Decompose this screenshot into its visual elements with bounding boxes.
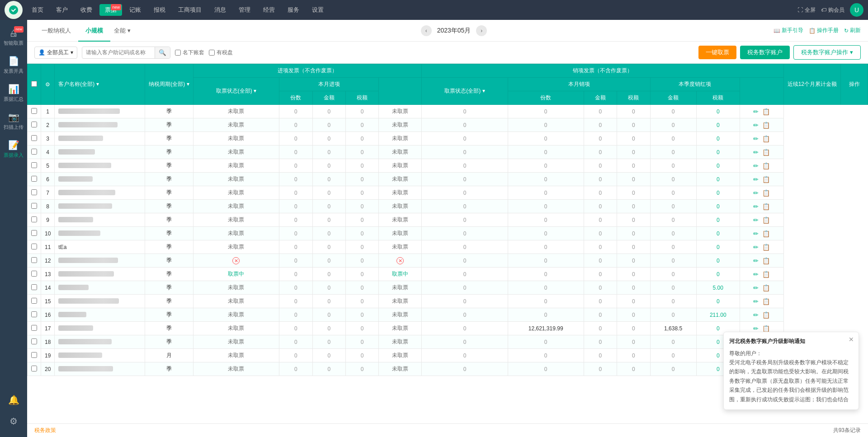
search-input[interactable]: [82, 47, 155, 57]
nav-business[interactable]: 工商项目: [173, 4, 207, 16]
copy-button[interactable]: 📋: [762, 108, 770, 115]
edit-button[interactable]: ✏: [753, 122, 759, 129]
sidebar-item-summary[interactable]: 📊 票据汇总: [0, 79, 27, 107]
edit-button[interactable]: ✏: [753, 311, 759, 319]
row-checkbox[interactable]: [31, 230, 37, 236]
row-checkbox[interactable]: [31, 122, 37, 127]
nav-manage[interactable]: 管理: [233, 4, 256, 16]
copy-button[interactable]: 📋: [762, 176, 770, 183]
cum12-link[interactable]: 0: [717, 352, 720, 359]
cum12-link[interactable]: 0: [717, 339, 720, 345]
row-checkbox[interactable]: [31, 298, 37, 304]
select-all-checkbox[interactable]: [31, 81, 37, 87]
row-checkbox[interactable]: [31, 271, 37, 277]
nav-bookkeeping[interactable]: 记账: [124, 4, 146, 16]
has-disk-checkbox[interactable]: [209, 50, 215, 56]
tab-all[interactable]: 全能 ▾: [110, 27, 134, 35]
sidebar-settings[interactable]: ⚙: [0, 411, 27, 432]
nav-fee[interactable]: 收费: [75, 4, 98, 16]
cum12-link[interactable]: 0: [717, 217, 720, 223]
copy-button[interactable]: 📋: [762, 216, 770, 224]
manual-link[interactable]: 📋 操作手册: [809, 27, 839, 34]
edit-button[interactable]: ✏: [753, 284, 759, 291]
nav-home[interactable]: 首页: [26, 4, 49, 16]
edit-button[interactable]: ✏: [753, 216, 759, 224]
cum12-link[interactable]: 0: [717, 176, 720, 183]
copy-button[interactable]: 📋: [762, 149, 770, 156]
edit-button[interactable]: ✏: [753, 257, 759, 264]
row-checkbox[interactable]: [31, 338, 37, 344]
row-checkbox[interactable]: [31, 352, 37, 358]
cum12-link[interactable]: 0: [717, 136, 720, 142]
refresh-link[interactable]: ↻ 刷新: [844, 27, 861, 34]
member-button[interactable]: 🏷 购会员: [821, 6, 844, 14]
tooltip-close-button[interactable]: ✕: [849, 336, 854, 343]
row-checkbox[interactable]: [31, 284, 37, 290]
edit-button[interactable]: ✏: [753, 230, 759, 237]
th-output-status[interactable]: 取票状态(全部) ▾: [422, 78, 508, 105]
row-checkbox[interactable]: [31, 108, 37, 114]
row-checkbox[interactable]: [31, 203, 37, 209]
cum12-link[interactable]: 0: [717, 108, 720, 115]
sidebar-item-scan[interactable]: 📷 扫描上传: [0, 107, 27, 135]
sidebar-notification[interactable]: 🔔: [0, 390, 27, 411]
copy-button[interactable]: 📋: [762, 203, 770, 210]
edit-button[interactable]: ✏: [753, 189, 759, 197]
next-month-button[interactable]: ›: [476, 25, 487, 36]
digital-account-button[interactable]: 税务数字账户: [740, 46, 790, 59]
employee-select[interactable]: 👤 全部员工 ▾: [34, 47, 77, 59]
copy-button[interactable]: 📋: [762, 325, 770, 332]
copy-button[interactable]: 📋: [762, 257, 770, 264]
edit-button[interactable]: ✏: [753, 162, 759, 169]
copy-button[interactable]: 📋: [762, 189, 770, 197]
row-checkbox[interactable]: [31, 216, 37, 222]
user-avatar[interactable]: U: [850, 3, 863, 17]
tab-small-scale[interactable]: 小规模: [78, 20, 110, 42]
edit-button[interactable]: ✏: [753, 149, 759, 156]
nav-client[interactable]: 客户: [51, 4, 73, 16]
row-checkbox[interactable]: [31, 162, 37, 168]
row-checkbox[interactable]: [31, 189, 37, 195]
cum12-link[interactable]: 0: [717, 258, 720, 264]
cum12-link[interactable]: 0: [717, 230, 720, 237]
copy-button[interactable]: 📋: [762, 135, 770, 142]
edit-button[interactable]: ✏: [753, 203, 759, 210]
edit-button[interactable]: ✏: [753, 135, 759, 142]
copy-button[interactable]: 📋: [762, 298, 770, 305]
copy-button[interactable]: 📋: [762, 244, 770, 251]
cum12-link[interactable]: 0: [717, 122, 720, 128]
edit-button[interactable]: ✏: [753, 176, 759, 183]
row-checkbox[interactable]: [31, 176, 37, 182]
nav-tax[interactable]: 报税: [148, 4, 171, 16]
edit-button[interactable]: ✏: [753, 244, 759, 251]
edit-button[interactable]: ✏: [753, 325, 759, 332]
fullscreen-button[interactable]: ⛶ 全屏: [797, 6, 816, 14]
prev-month-button[interactable]: ‹: [421, 25, 432, 36]
edit-button[interactable]: ✏: [753, 298, 759, 305]
cum12-link[interactable]: 0: [717, 190, 720, 196]
copy-button[interactable]: 📋: [762, 284, 770, 291]
digital-account-op-button[interactable]: 税务数字账户操作 ▾: [793, 45, 861, 60]
tab-general-taxpayer[interactable]: 一般纳税人: [34, 20, 78, 42]
row-checkbox[interactable]: [31, 244, 37, 249]
checkbox-under-account[interactable]: 名下账套: [175, 49, 204, 56]
row-checkbox[interactable]: [31, 366, 37, 371]
copy-button[interactable]: 📋: [762, 122, 770, 129]
row-checkbox[interactable]: [31, 325, 37, 331]
copy-button[interactable]: 📋: [762, 230, 770, 237]
sidebar-item-smart-ticket[interactable]: 🖨 智能取票 new: [0, 23, 27, 51]
cum12-link[interactable]: 5.00: [713, 285, 723, 291]
nav-settings[interactable]: 设置: [307, 4, 329, 16]
copy-button[interactable]: 📋: [762, 271, 770, 278]
new-guide-link[interactable]: 📖 新手引导: [774, 27, 803, 34]
edit-button[interactable]: ✏: [753, 271, 759, 278]
nav-message[interactable]: 消息: [209, 4, 231, 16]
nav-invoice[interactable]: 票据 new: [99, 4, 122, 16]
sidebar-item-invoice-open[interactable]: 📄 发票开具: [0, 51, 27, 79]
search-button[interactable]: 🔍: [155, 47, 170, 58]
copy-button[interactable]: 📋: [762, 162, 770, 169]
row-checkbox[interactable]: [31, 257, 37, 263]
cum12-link[interactable]: 0: [717, 244, 720, 250]
nav-operation[interactable]: 经营: [258, 4, 280, 16]
checkbox-has-disk[interactable]: 有税盘: [209, 49, 233, 56]
